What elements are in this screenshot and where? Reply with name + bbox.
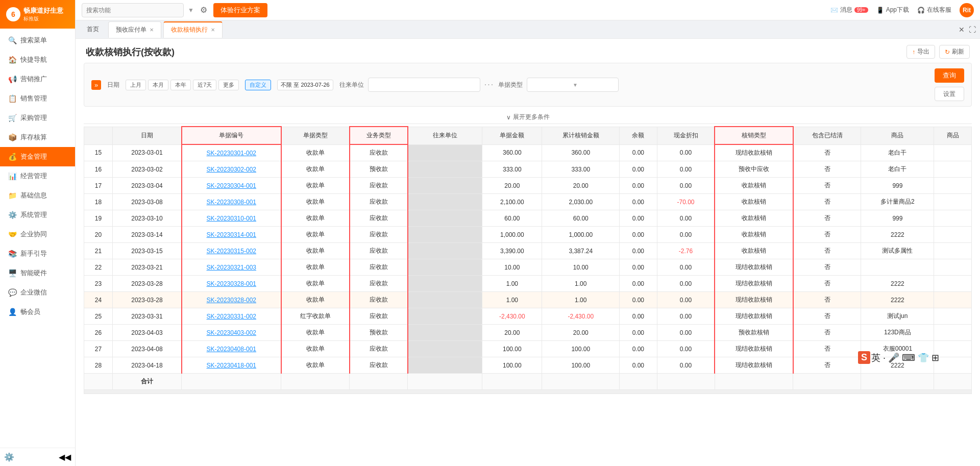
col-header-11: 包含已结清 xyxy=(793,127,861,144)
table-row[interactable]: 232023-03-28SK-20230328-001收款单应收款███████… xyxy=(84,276,972,292)
date-btn-更多[interactable]: 更多 xyxy=(218,80,239,90)
sidebar-item-member[interactable]: 👤畅会员 xyxy=(0,302,75,322)
filter-actions: 查询 设置 xyxy=(935,68,964,101)
sidebar-item-guide[interactable]: 📚新手引导 xyxy=(0,244,75,263)
cell-3: 收款单 xyxy=(281,210,350,227)
table-row[interactable]: 182023-03-08SK-20230308-001收款单应收款███████… xyxy=(84,194,972,210)
messages-item[interactable]: ✉️ 消息 99+ xyxy=(830,6,868,14)
voucher-link[interactable]: SK-20230408-001 xyxy=(207,346,256,353)
total-cell-6 xyxy=(482,374,542,390)
voucher-link[interactable]: SK-20230301-002 xyxy=(207,150,256,157)
sidebar-item-operations[interactable]: 📊经营管理 xyxy=(0,166,75,186)
sidebar-item-wechat[interactable]: 💬企业微信 xyxy=(0,283,75,302)
sidebar-item-hardware[interactable]: 🖥️智能硬件 xyxy=(0,263,75,283)
cell-5: ████████ xyxy=(408,178,482,194)
sidebar-item-finance[interactable]: 💰资金管理 xyxy=(0,147,75,166)
table-row[interactable]: 262023-04-03SK-20230403-002收款单预收款███████… xyxy=(84,325,972,341)
date-range-display: 不限 至 2023-07-26 xyxy=(277,80,333,90)
cell-6: 100.00 xyxy=(482,341,542,357)
sidebar-item-inventory[interactable]: 📦库存核算 xyxy=(0,128,75,147)
gear-icon[interactable]: ⚙ xyxy=(200,5,207,15)
sidebar-item-purchase[interactable]: 🛒采购管理 xyxy=(0,108,75,128)
settings-button[interactable]: 设置 xyxy=(935,87,964,101)
table-row[interactable]: 152023-03-01SK-20230301-002收款单应收款███████… xyxy=(84,144,972,161)
tab-home[interactable]: 首页 xyxy=(80,21,106,38)
cell-12: 2222 xyxy=(861,276,934,292)
expand-tab-icon[interactable]: ⛶ xyxy=(969,26,976,34)
expand-conditions-btn[interactable]: ∨ 展开更多条件 xyxy=(506,113,550,121)
cell-7: 1.00 xyxy=(542,292,620,308)
collapse-icon[interactable]: ◀◀ xyxy=(59,452,71,462)
close-tab-icon[interactable]: ✕ xyxy=(959,26,965,34)
cell-11: 否 xyxy=(793,276,861,292)
sidebar-item-quick-nav[interactable]: 🏠快捷导航 xyxy=(0,50,75,69)
search-input[interactable] xyxy=(82,3,184,17)
voucher-link[interactable]: SK-20230418-001 xyxy=(207,362,256,369)
sidebar-item-sales[interactable]: 📋销售管理 xyxy=(0,89,75,108)
voucher-link[interactable]: SK-20230314-001 xyxy=(207,231,256,238)
export-button[interactable]: ↑ 导出 xyxy=(906,45,935,59)
cell-3: 收款单 xyxy=(281,276,350,292)
cell-7: 360.00 xyxy=(542,144,620,161)
refresh-button[interactable]: ↻ 刷新 xyxy=(939,45,970,59)
tab-close-pre-payment[interactable]: ✕ xyxy=(150,27,154,33)
total-cell-7 xyxy=(542,374,620,390)
cell-1: 2023-03-01 xyxy=(113,144,182,161)
voucher-link[interactable]: SK-20230403-002 xyxy=(207,329,256,336)
sidebar-item-search[interactable]: 🔍搜索菜单 xyxy=(0,31,75,50)
table-row[interactable]: 162023-03-02SK-20230302-002收款单预收款███████… xyxy=(84,161,972,178)
partner-input[interactable] xyxy=(368,78,480,92)
cell-11: 否 xyxy=(793,259,861,276)
table-row[interactable]: 272023-04-08SK-20230408-001收款单应收款███████… xyxy=(84,341,972,357)
table-row[interactable]: 282023-04-18SK-20230418-001收款单应收款███████… xyxy=(84,357,972,374)
sidebar-item-system[interactable]: ⚙️系统管理 xyxy=(0,205,75,225)
app-download-item[interactable]: 📱 App下载 xyxy=(876,6,909,14)
online-service-item[interactable]: 🎧 在线客服 xyxy=(917,6,951,14)
voucher-link[interactable]: SK-20230328-001 xyxy=(207,280,256,287)
query-button[interactable]: 查询 xyxy=(935,68,964,83)
hardware-icon: 🖥️ xyxy=(8,269,16,277)
cell-5: ████████ xyxy=(408,210,482,227)
col-header-3: 单据类型 xyxy=(281,127,350,144)
cell-3: 收款单 xyxy=(281,144,350,161)
cell-4: 应收款 xyxy=(350,308,408,325)
cell-10: 现结收款核销 xyxy=(715,357,793,374)
cell-0: 18 xyxy=(84,194,113,210)
voucher-link[interactable]: SK-20230321-003 xyxy=(207,264,256,271)
table-row[interactable]: 222023-03-21SK-20230321-003收款单应收款███████… xyxy=(84,259,972,276)
date-btn-本年[interactable]: 本年 xyxy=(170,80,191,90)
table-row[interactable]: 172023-03-04SK-20230304-001收款单应收款███████… xyxy=(84,178,972,194)
voucher-link[interactable]: SK-20230310-001 xyxy=(207,215,256,222)
tab-close-receipt-exec[interactable]: ✕ xyxy=(211,27,215,33)
tab-receipt-exec[interactable]: 收款核销执行✕ xyxy=(163,21,223,38)
cell-8: 0.00 xyxy=(620,341,657,357)
sidebar-item-basic-info[interactable]: 📁基础信息 xyxy=(0,186,75,205)
total-cell-1: 合计 xyxy=(113,374,182,390)
data-table: 日期单据编号单据类型业务类型往来单位单据金额累计核销金额余额现金折扣核销类型包含… xyxy=(84,126,972,394)
date-btn-本月[interactable]: 本月 xyxy=(148,80,168,90)
voucher-link[interactable]: SK-20230331-002 xyxy=(207,313,256,320)
voucher-link[interactable]: SK-20230304-001 xyxy=(207,182,256,189)
table-row[interactable]: 252023-03-31SK-20230331-002红字收款单应收款█████… xyxy=(84,308,972,325)
filter-expand-icon[interactable]: » xyxy=(91,80,101,90)
voucher-link[interactable]: SK-20230308-001 xyxy=(207,199,256,206)
settings-icon[interactable]: ⚙️ xyxy=(4,452,14,462)
solution-button[interactable]: 体验行业方案 xyxy=(213,3,267,17)
custom-date-btn[interactable]: 自定义 xyxy=(245,80,271,90)
table-row[interactable]: 202023-03-14SK-20230314-001收款单应收款███████… xyxy=(84,227,972,243)
tab-pre-payment[interactable]: 预收应付单✕ xyxy=(108,21,161,38)
table-row[interactable]: 212023-03-15SK-20230315-002收款单应收款███████… xyxy=(84,243,972,259)
voucher-type-select[interactable]: ▼ xyxy=(527,78,619,92)
date-btn-上月[interactable]: 上月 xyxy=(126,80,146,90)
table-row[interactable]: 192023-03-10SK-20230310-001收款单应收款███████… xyxy=(84,210,972,227)
cell-12: 2222 xyxy=(861,292,934,308)
sidebar-item-cooperation[interactable]: 🤝企业协同 xyxy=(0,225,75,244)
avatar[interactable]: Rit xyxy=(960,3,974,17)
voucher-link[interactable]: SK-20230328-002 xyxy=(207,297,256,304)
sidebar-item-marketing[interactable]: 📢营销推广 xyxy=(0,69,75,89)
basic-info-icon: 📁 xyxy=(8,191,16,200)
voucher-link[interactable]: SK-20230302-002 xyxy=(207,166,256,173)
date-btn-近7天[interactable]: 近7天 xyxy=(193,80,216,90)
voucher-link[interactable]: SK-20230315-002 xyxy=(207,248,256,255)
table-row[interactable]: 242023-03-28SK-20230328-002收款单应收款███████… xyxy=(84,292,972,308)
